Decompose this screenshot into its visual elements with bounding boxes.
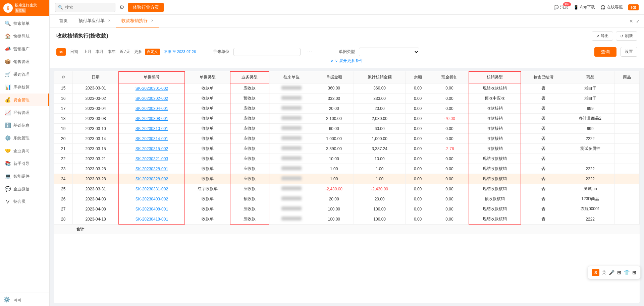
bill-link[interactable]: SK-20230418-001 xyxy=(136,217,168,222)
sidebar-item-wechat[interactable]: 💬企业微信 xyxy=(0,183,49,195)
topbar-settings-icon[interactable]: ⚙ xyxy=(119,4,124,10)
row-goods: 衣服00001 xyxy=(566,204,614,214)
row-bill-no[interactable]: SK-20230321-003 xyxy=(119,154,185,164)
row-bill-no[interactable]: SK-20230315-002 xyxy=(119,144,185,154)
col-settings-icon[interactable]: ⚙ xyxy=(61,75,65,79)
floating-widget: S 英 🎤 ⊞ 👕 ⊞ xyxy=(588,266,641,279)
tab-prepay[interactable]: 预付单应付单✕ xyxy=(73,15,116,27)
tab-expand-icon[interactable]: ⤢ xyxy=(636,18,640,24)
bill-link[interactable]: SK-20230315-002 xyxy=(136,146,168,151)
float-grid-icon[interactable]: ⊞ xyxy=(617,270,621,275)
sidebar-item-guide[interactable]: 📚新手引导 xyxy=(0,157,49,170)
sidebar-item-inventory[interactable]: 📊库存核算 xyxy=(0,81,49,94)
row-bill-no[interactable]: SK-20230314-001 xyxy=(119,134,185,144)
bill-link[interactable]: SK-20230408-001 xyxy=(136,207,168,211)
date-this-year[interactable]: 本年 xyxy=(106,48,117,55)
float-shirt-icon[interactable]: 👕 xyxy=(624,270,630,275)
row-bill-no[interactable]: SK-20230331-002 xyxy=(119,184,185,194)
row-bill-no[interactable]: SK-20230308-001 xyxy=(119,114,185,124)
tab-collection[interactable]: 收款核销执行✕ xyxy=(116,15,159,27)
row-balance: 0.00 xyxy=(405,164,430,174)
float-mic-icon[interactable]: 🎤 xyxy=(609,270,614,275)
refresh-button[interactable]: ↺ 刷新 xyxy=(616,32,637,41)
bill-link[interactable]: SK-20230310-001 xyxy=(136,126,168,131)
user-name: Rit xyxy=(628,4,639,10)
row-partner xyxy=(269,83,314,94)
bill-link[interactable]: SK-20230304-001 xyxy=(136,106,168,111)
wechat-icon: 💬 xyxy=(5,186,11,192)
row-biz-type: 预收款 xyxy=(230,194,269,204)
row-write-type: 收款核销 xyxy=(469,144,521,154)
app-download-button[interactable]: 📱 App下载 xyxy=(574,4,595,10)
date-more[interactable]: 更多 xyxy=(133,48,144,55)
solution-button[interactable]: 体验行业方案 xyxy=(128,3,164,12)
tab-close-collection[interactable]: ✕ xyxy=(151,19,154,22)
sidebar-item-sales[interactable]: 📦销售管理 xyxy=(0,55,49,68)
row-bill-no[interactable]: SK-20230408-001 xyxy=(119,204,185,214)
app-label: App下载 xyxy=(580,4,595,10)
bill-link[interactable]: SK-20230328-002 xyxy=(136,177,168,181)
date-7days[interactable]: 近7天 xyxy=(118,48,131,55)
sidebar-item-marketing[interactable]: 📣营销推广 xyxy=(0,43,49,55)
topbar-right: 💬 消息 99+ 📱 App下载 🎧 在线客服 Rit xyxy=(554,4,639,10)
row-bill-no[interactable]: SK-20230403-002 xyxy=(119,194,185,204)
footer-cell-1: 合计 xyxy=(73,224,119,234)
tab-close-prepay[interactable]: ✕ xyxy=(108,19,111,22)
row-bill-no[interactable]: SK-20230301-002 xyxy=(119,83,185,94)
row-goods2 xyxy=(614,144,639,154)
row-bill-no[interactable]: SK-20230418-001 xyxy=(119,214,185,225)
bill-link[interactable]: SK-20230308-001 xyxy=(136,116,168,121)
row-write-type: 现结收款核销 xyxy=(469,154,521,164)
marketing-icon: 📣 xyxy=(5,46,11,52)
row-goods: 999 xyxy=(566,104,614,114)
table-footer-row: 合计 xyxy=(54,224,640,234)
sidebar-item-quicknav[interactable]: 🏠快捷导航 xyxy=(0,30,49,43)
row-write-type: 现结收款核销 xyxy=(469,174,521,184)
date-buttons: 上月 本月 本年 近7天 更多 自定义 xyxy=(82,48,160,55)
bill-link[interactable]: SK-20230302-002 xyxy=(136,96,168,101)
sidebar-item-search[interactable]: 🔍搜索菜单 xyxy=(0,17,49,30)
tab-home[interactable]: 首页 xyxy=(54,15,73,27)
filter-settings-button[interactable]: 设置 xyxy=(621,47,637,57)
row-bill-no[interactable]: SK-20230310-001 xyxy=(119,124,185,134)
topbar-search-input[interactable] xyxy=(65,5,112,10)
partner-input[interactable] xyxy=(233,48,301,56)
sidebar-item-purchase[interactable]: 🛒采购管理 xyxy=(0,68,49,81)
bill-link[interactable]: SK-20230301-002 xyxy=(136,86,168,91)
expand-conditions[interactable]: ∨ ∨ 展开更多条件 xyxy=(56,57,637,65)
sidebar-item-system[interactable]: ⚙️系统管理 xyxy=(0,132,49,144)
sidebar-item-basic[interactable]: ℹ️基础信息 xyxy=(0,119,49,132)
type-select[interactable] xyxy=(359,48,419,56)
tab-close-all-icon[interactable]: ✕ xyxy=(629,18,633,24)
bill-link[interactable]: SK-20230314-001 xyxy=(136,136,168,141)
row-balance: 0.00 xyxy=(405,114,430,124)
user-avatar[interactable]: Rit xyxy=(628,4,639,10)
row-bill-no[interactable]: SK-20230328-001 xyxy=(119,164,185,174)
sidebar-item-operation[interactable]: 📈经营管理 xyxy=(0,106,49,119)
row-bill-no[interactable]: SK-20230328-002 xyxy=(119,174,185,184)
float-share-icon[interactable]: ⊞ xyxy=(632,270,636,275)
filter-toggle[interactable]: ≫ xyxy=(56,48,66,56)
row-bill-no[interactable]: SK-20230302-002 xyxy=(119,94,185,104)
settings-icon[interactable]: ⚙️ xyxy=(3,296,10,303)
date-this-month[interactable]: 本月 xyxy=(94,48,105,55)
partner-dots[interactable]: ··· xyxy=(305,48,315,55)
export-button[interactable]: ↗ 导出 xyxy=(592,32,613,41)
message-button[interactable]: 💬 消息 99+ xyxy=(554,4,568,10)
sidebar-item-member[interactable]: V畅会员 xyxy=(0,195,49,208)
row-no: 21 xyxy=(54,144,73,154)
sidebar-item-hardware[interactable]: 💻智能硬件 xyxy=(0,170,49,183)
bill-link[interactable]: SK-20230328-001 xyxy=(136,167,168,171)
row-balance: 0.00 xyxy=(405,184,430,194)
date-prev-month[interactable]: 上月 xyxy=(82,48,93,55)
bill-link[interactable]: SK-20230321-003 xyxy=(136,157,168,161)
date-custom-btn[interactable]: 自定义 xyxy=(145,49,160,55)
query-button[interactable]: 查询 xyxy=(594,47,616,57)
service-button[interactable]: 🎧 在线客服 xyxy=(600,4,623,10)
bill-link[interactable]: SK-20230403-002 xyxy=(136,197,168,201)
bill-link[interactable]: SK-20230331-002 xyxy=(136,187,168,191)
sidebar-item-finance[interactable]: 💰资金管理 xyxy=(0,94,49,106)
collapse-icon[interactable]: ◀◀ xyxy=(13,297,21,302)
row-bill-no[interactable]: SK-20230304-001 xyxy=(119,104,185,114)
sidebar-item-collab[interactable]: 🤝企业协同 xyxy=(0,144,49,157)
